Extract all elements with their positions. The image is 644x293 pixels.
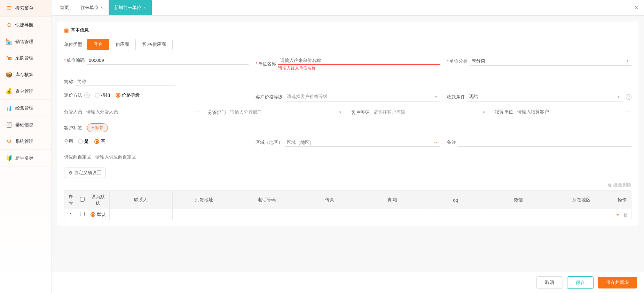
type-btn-customer[interactable]: 客户 (87, 39, 109, 50)
tab-partners-close[interactable]: × (101, 6, 103, 10)
unit-category-value: 未分类 (472, 58, 626, 64)
customer-grade-select[interactable]: 请选择客户等级 ▼ (371, 108, 488, 117)
disabled-yes-label: 是 (84, 138, 89, 145)
table-row: 1 默认 (64, 209, 631, 220)
sidebar-item-quick-nav[interactable]: ⊙ 快捷导航 (0, 17, 51, 33)
disabled-row: 停用 是 否 区 (64, 138, 631, 147)
cell-contact[interactable] (109, 209, 172, 220)
manager-more-btn[interactable]: ··· (193, 109, 201, 115)
sidebar-item-basic-info[interactable]: 📋 基础信息 (0, 116, 51, 133)
chevron-down-icon: ▼ (434, 95, 438, 99)
row-checkbox[interactable] (80, 212, 85, 216)
cell-fax[interactable] (298, 209, 361, 220)
region-input[interactable] (285, 138, 433, 146)
settlement-more-btn[interactable]: ··· (624, 109, 631, 115)
remark-input[interactable] (458, 138, 631, 147)
pricing-discount-option[interactable]: 折扣 (95, 92, 110, 98)
type-btn-both[interactable]: 客户/供应商 (136, 39, 173, 50)
sidebar-item-finance[interactable]: 💰 资金管理 (0, 83, 51, 100)
fax-input[interactable] (300, 212, 359, 217)
th-no: 序号 (64, 191, 78, 209)
wechat-input[interactable] (489, 212, 548, 217)
dept-select[interactable]: 请输入分管部门 ▼ (228, 108, 345, 117)
tab-new-partner[interactable]: 新增往来单位 × (109, 0, 151, 15)
region-more-btn[interactable]: ··· (433, 139, 440, 146)
tab-bar-close-btn[interactable]: × (632, 4, 641, 11)
unit-category-select[interactable]: 未分类 ▼ (470, 56, 631, 66)
phone-input[interactable] (237, 212, 296, 217)
customer-price-placeholder: 请选择客户价格等级 (287, 93, 434, 100)
sidebar-item-guide[interactable]: 🔰 新手引导 (0, 150, 51, 166)
sidebar-item-sales[interactable]: 🏪 销售管理 (0, 33, 51, 50)
delete-row-btn[interactable]: 🗑 (623, 212, 628, 217)
sidebar-item-label: 库存核算 (15, 72, 33, 78)
unit-code-input[interactable] (87, 56, 249, 65)
cell-address[interactable] (172, 209, 235, 220)
sidebar-item-label: 快捷导航 (15, 22, 33, 28)
address-input[interactable] (175, 212, 233, 217)
region-table-input[interactable] (552, 212, 611, 217)
region-label: 区域（地区） (256, 139, 283, 146)
payment-condition-label: 收款条件 (447, 94, 465, 100)
sidebar-item-search[interactable]: ☰ 搜索菜单 (0, 0, 51, 17)
table-header-row: 序号 设为默认 联系人 到货地址 电话号码 传真 邮箱 qq 微信 所在地区 (64, 191, 631, 209)
th-fax: 传真 (298, 191, 361, 209)
section-title-text: 基本信息 (71, 27, 89, 33)
type-btn-supplier[interactable]: 供应商 (109, 39, 136, 50)
manager-field: 分管人员 ··· (64, 108, 201, 116)
cell-email[interactable] (361, 209, 424, 220)
qq-input[interactable] (426, 212, 485, 217)
add-row-btn[interactable]: + (616, 212, 619, 217)
settlement-input[interactable] (515, 108, 624, 116)
default-radio-item[interactable]: 默认 (89, 211, 107, 218)
tab-home[interactable]: 首页 (54, 0, 75, 15)
save-new-button[interactable]: 保存并新增 (598, 277, 637, 288)
pricing-row: 定价方法 ? 折扣 价格等级 (64, 92, 631, 101)
pricing-help-icon[interactable]: ? (84, 92, 90, 98)
cell-region[interactable] (550, 209, 613, 220)
unit-type-btn-group: 客户 供应商 客户/供应商 (87, 39, 173, 50)
manager-input[interactable] (84, 108, 193, 116)
batch-delete-icon: 🗑 (607, 183, 612, 188)
batch-delete-area: 🗑 批量删除 (64, 182, 631, 188)
cell-qq[interactable] (424, 209, 487, 220)
sidebar-item-system[interactable]: ⚙ 系统管理 (0, 133, 51, 150)
supplier-custom-input[interactable] (93, 153, 196, 161)
default-radio (91, 212, 95, 217)
select-all-checkbox[interactable] (80, 197, 85, 202)
disabled-no-option[interactable]: 否 (94, 138, 105, 145)
customer-grade-label: 客户等级 (351, 109, 369, 116)
sidebar-item-purchase[interactable]: 🛍 采购管理 (0, 50, 51, 66)
cell-wechat[interactable] (487, 209, 550, 220)
th-wechat: 微信 (487, 191, 550, 209)
th-region: 所在地区 (550, 191, 613, 209)
unit-code-label: 单位编码 (64, 57, 85, 64)
custom-settings-btn[interactable]: ⚙ 自定义项设置 (64, 168, 106, 178)
customer-tag-field: 客户标签 + 标签 (64, 123, 134, 132)
abbreviation-input[interactable] (75, 78, 175, 86)
sidebar-item-inventory[interactable]: 📦 库存核算 (0, 66, 51, 83)
cancel-button[interactable]: 取消 (536, 276, 563, 289)
payment-help-icon[interactable]: ? (626, 94, 631, 100)
sidebar-item-label: 经营管理 (15, 105, 33, 111)
contact-input[interactable] (112, 212, 170, 217)
chevron-down-icon: ▼ (616, 95, 620, 99)
batch-delete-label[interactable]: 批量删除 (613, 182, 631, 188)
cell-phone[interactable] (235, 209, 298, 220)
customer-price-select[interactable]: 请选择客户价格等级 ▼ (285, 92, 440, 101)
pricing-grade-option[interactable]: 价格等级 (116, 92, 140, 98)
save-button[interactable]: 保存 (567, 276, 594, 289)
unit-type-row: 单位类型 客户 供应商 客户/供应商 (64, 39, 631, 50)
tab-partners[interactable]: 往来单位 × (75, 0, 109, 15)
tab-new-partner-close[interactable]: × (143, 6, 146, 10)
inventory-icon: 📦 (6, 71, 13, 78)
manager-label: 分管人员 (64, 109, 82, 115)
chevron-down-icon: ▼ (482, 110, 486, 114)
unit-name-input[interactable] (278, 56, 440, 65)
email-input[interactable] (363, 212, 422, 217)
add-tag-btn[interactable]: + 标签 (87, 123, 108, 132)
region-field: 区域（地区） ··· (256, 138, 440, 147)
sidebar-item-operations[interactable]: 📊 经营管理 (0, 100, 51, 116)
disabled-yes-option[interactable]: 是 (78, 138, 89, 145)
payment-condition-select[interactable]: 现结 ▼ (467, 92, 622, 101)
